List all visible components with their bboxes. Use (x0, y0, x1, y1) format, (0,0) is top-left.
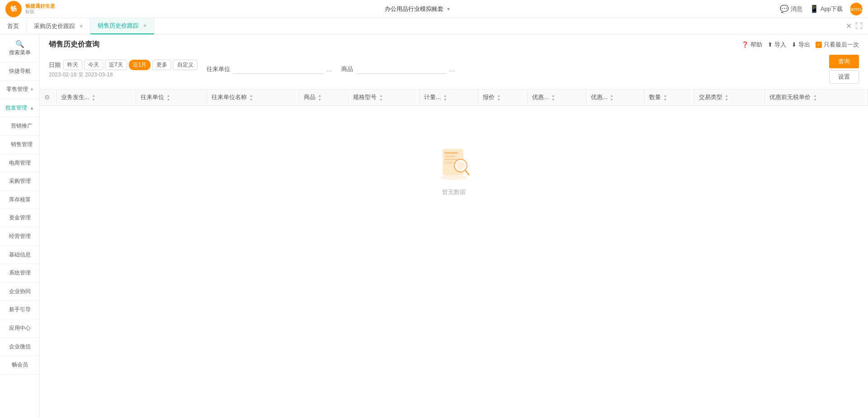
sidebar-item-operations[interactable]: 经营管理 (0, 228, 39, 246)
settings-button[interactable]: 设置 (829, 70, 859, 84)
sidebar-purchase-label: 采购管理 (9, 178, 31, 185)
topbar-right: 💬 消息 📱 App下载 demo2 (780, 3, 863, 15)
sidebar-item-system[interactable]: 系统管理 (0, 264, 39, 283)
date-btn-custom[interactable]: 自定义 (173, 60, 198, 70)
retail-arrow-icon: ▾ (31, 87, 33, 92)
sort-arrows-biz-date: ▲▼ (92, 94, 95, 102)
sidebar-item-basic-info[interactable]: 基础信息 (0, 246, 39, 265)
tab-home[interactable]: 首页 (0, 18, 27, 34)
th-unit[interactable]: 计量... ▲▼ (420, 90, 478, 105)
sidebar-item-enterprise[interactable]: 企业协同 (0, 283, 39, 301)
table-body: 暂无数据 (40, 105, 868, 233)
page-title: 销售历史价查询 (49, 40, 99, 49)
sidebar-item-corp-wechat[interactable]: 企业微信 (0, 338, 39, 356)
sidebar-ecommerce-label: 电商管理 (9, 160, 31, 167)
date-btn-1month[interactable]: 近1月 (129, 60, 151, 70)
date-btn-7days[interactable]: 近7天 (105, 60, 127, 70)
th-discount2[interactable]: 优惠... ▲▼ (586, 90, 644, 105)
user-profile[interactable]: demo2 (850, 3, 863, 15)
action-buttons: 查询 设置 (829, 55, 859, 84)
th-spec[interactable]: 规格型号 ▲▼ (349, 90, 420, 105)
sidebar-item-marketing[interactable]: 营销推广 (0, 117, 39, 136)
sidebar-item-member[interactable]: 畅会员 (0, 356, 39, 375)
sidebar-item-quick-nav[interactable]: 快捷导航 (0, 62, 39, 81)
sort-arrows-trade-type: ▲▼ (725, 94, 728, 102)
message-btn[interactable]: 💬 消息 (780, 5, 802, 13)
sidebar-item-finance[interactable]: 资金管理 (0, 209, 39, 228)
page-header: 销售历史价查询 ❓ 帮助 ⬆ 导入 ⬇ 导出 ✓ (40, 34, 868, 90)
help-btn[interactable]: ❓ 帮助 (741, 41, 762, 49)
th-qty[interactable]: 数量 ▲▼ (644, 90, 694, 105)
wholesale-arrow-icon: ▲ (30, 105, 34, 110)
avatar: demo2 (850, 3, 863, 15)
sidebar-item-wholesale[interactable]: 批发管理 ▲ (0, 99, 39, 118)
th-counterpart-code[interactable]: 往来单位 ▲▼ (136, 90, 207, 105)
svg-rect-3 (444, 156, 455, 157)
content-area: 销售历史价查询 ❓ 帮助 ⬆ 导入 ⬇ 导出 ✓ (40, 34, 868, 418)
filter-row: 日期 昨天 今天 近7天 近1月 更多 自定义 2023-02-18 至 202… (49, 55, 859, 89)
tab-sales-close-icon[interactable]: × (143, 23, 146, 29)
app-download-btn[interactable]: 📱 App下载 (810, 5, 843, 13)
sort-arrows-discount2: ▲▼ (610, 94, 613, 102)
sidebar-retail-label: 零售管理 (6, 86, 28, 93)
sidebar-item-ecommerce[interactable]: 电商管理 (0, 154, 39, 173)
export-btn[interactable]: ⬇ 导出 (792, 41, 810, 49)
workspace-arrow-icon: ▾ (447, 6, 450, 12)
th-counterpart-name[interactable]: 往来单位名称 ▲▼ (207, 90, 299, 105)
tab-purchase-history[interactable]: 采购历史价跟踪 × (27, 18, 90, 34)
tab-sales-history-label: 销售历史价跟踪 (98, 22, 139, 30)
app-name: 畅捷通好生意 (25, 3, 55, 9)
sidebar-item-purchase[interactable]: 采购管理 (0, 172, 39, 191)
topbar-left: 畅 畅捷通好生意 标版 (5, 1, 55, 17)
th-quote[interactable]: 报价 ▲▼ (478, 90, 528, 105)
sidebar-quick-nav-label: 快捷导航 (9, 68, 31, 75)
tab-sales-history[interactable]: 销售历史价跟踪 × (90, 18, 154, 34)
only-last-checkbox[interactable]: ✓ 只看最后一次 (816, 41, 859, 49)
th-discount1[interactable]: 优惠... ▲▼ (528, 90, 586, 105)
counterpart-input[interactable] (233, 65, 323, 74)
data-table: ⚙ 业务发生... ▲▼ 往来单位 ▲▼ 往来单位名称 ▲▼ (40, 90, 868, 233)
export-icon: ⬇ (792, 41, 797, 48)
table-header-row: ⚙ 业务发生... ▲▼ 往来单位 ▲▼ 往来单位名称 ▲▼ (40, 90, 868, 105)
goods-input[interactable] (356, 65, 446, 74)
import-btn[interactable]: ⬆ 导入 (768, 41, 786, 49)
tab-purchase-close-icon[interactable]: × (80, 23, 83, 29)
sidebar-item-retail[interactable]: 零售管理 ▾ (0, 81, 39, 99)
sort-arrows-unit: ▲▼ (443, 94, 447, 102)
date-btn-yesterday[interactable]: 昨天 (63, 60, 82, 70)
date-btn-group: 昨天 今天 近7天 近1月 更多 自定义 (63, 60, 198, 70)
message-icon: 💬 (780, 5, 789, 13)
sidebar-item-app-center[interactable]: 应用中心 (0, 319, 39, 338)
close-all-tabs-btn[interactable]: ✕ (846, 22, 852, 30)
goods-dots-btn[interactable]: ... (449, 65, 455, 73)
empty-text: 暂无数据 (442, 188, 466, 196)
page-actions: ❓ 帮助 ⬆ 导入 ⬇ 导出 ✓ 只看最后一次 (741, 41, 859, 49)
date-btn-more[interactable]: 更多 (152, 60, 171, 70)
th-pretax-price[interactable]: 优惠前无税单价 ▲▼ (765, 90, 868, 105)
th-biz-date[interactable]: 业务发生... ▲▼ (56, 90, 136, 105)
counterpart-dots-btn[interactable]: ... (326, 65, 332, 73)
tab-home-label: 首页 (7, 22, 19, 30)
logo: 畅 (5, 1, 22, 17)
search-icon: 🔍 (15, 40, 24, 48)
th-goods[interactable]: 商品 ▲▼ (299, 90, 349, 105)
sidebar-item-sales-mgmt[interactable]: 销售管理 (0, 136, 39, 154)
sidebar-inventory-label: 库存核算 (9, 196, 31, 204)
sidebar-basic-info-label: 基础信息 (9, 252, 31, 259)
sort-arrows-qty: ▲▼ (664, 94, 667, 102)
query-button[interactable]: 查询 (829, 55, 859, 68)
workspace-selector[interactable]: 办公用品行业模拟账套 ▾ (55, 5, 780, 13)
sidebar-item-inventory[interactable]: 库存核算 (0, 191, 39, 209)
filter-date-group: 日期 昨天 今天 近7天 近1月 更多 自定义 2023-02-18 至 202… (49, 60, 198, 79)
maximize-btn[interactable]: ⛶ (855, 22, 863, 30)
counterpart-filter: 往来单位 ... (207, 65, 332, 74)
sidebar-item-search[interactable]: 🔍 搜索菜单 (0, 34, 39, 62)
sidebar-item-guide[interactable]: 新手引导 (0, 301, 39, 319)
gear-settings-icon[interactable]: ⚙ (44, 94, 50, 101)
sidebar: 🔍 搜索菜单 快捷导航 零售管理 ▾ 批发管理 ▲ 营销推广 销售管理 电商管理… (0, 34, 40, 418)
date-btn-today[interactable]: 今天 (84, 60, 103, 70)
sidebar-wholesale-label: 批发管理 (5, 104, 27, 112)
th-gear: ⚙ (40, 90, 56, 105)
date-range-text: 2023-02-18 至 2023-03-18 (49, 71, 198, 79)
th-trade-type[interactable]: 交易类型 ▲▼ (694, 90, 765, 105)
